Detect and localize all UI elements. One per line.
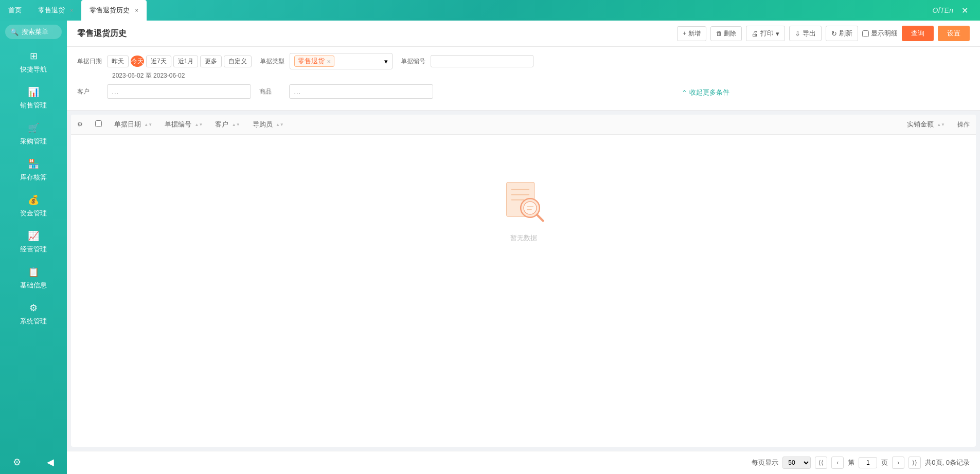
goods-select[interactable]: ... bbox=[289, 84, 433, 99]
date-yesterday-btn[interactable]: 昨天 bbox=[107, 56, 129, 67]
collapse-sidebar-icon[interactable]: ◀ bbox=[47, 457, 54, 468]
th-guide[interactable]: 导购员 ▲▼ bbox=[246, 115, 290, 135]
sidebar-item-base-info[interactable]: 📋 基础信息 bbox=[0, 260, 67, 296]
doc-type-tag-close[interactable]: × bbox=[327, 58, 331, 65]
last-page-btn[interactable]: ⟩⟩ bbox=[908, 457, 921, 469]
sidebar-item-sales-mgmt[interactable]: 📊 销售管理 bbox=[0, 80, 67, 116]
th-customer-label: 客户 bbox=[215, 120, 228, 128]
sidebar-item-inventory[interactable]: 🏪 库存核算 bbox=[0, 152, 67, 188]
data-table-container: ⚙ 单据日期 ▲▼ 单据编号 ▲▼ 客户 bbox=[71, 115, 976, 447]
header-actions: + 新增 🗑 删除 🖨 打印 ▾ ⇩ 导出 ↻ 刷新 显示明细 bbox=[677, 26, 970, 41]
sidebar-item-purchase-mgmt-label: 采购管理 bbox=[20, 137, 47, 146]
collapse-filter-btn[interactable]: ⌃ 收起更多条件 bbox=[682, 88, 729, 97]
sidebar-search-label: 搜索菜单 bbox=[22, 27, 48, 37]
data-table: ⚙ 单据日期 ▲▼ 单据编号 ▲▼ 客户 bbox=[71, 115, 976, 284]
th-gear[interactable]: ⚙ bbox=[71, 115, 89, 135]
table-header-row: ⚙ 单据日期 ▲▼ 单据编号 ▲▼ 客户 bbox=[71, 115, 976, 135]
tab-retail-return-history[interactable]: 零售退货历史 × bbox=[81, 0, 146, 21]
doc-no-input[interactable] bbox=[431, 55, 533, 67]
prev-page-btn[interactable]: ‹ bbox=[831, 457, 844, 469]
th-checkbox[interactable] bbox=[89, 115, 108, 135]
total-records: 共0页, 0条记录 bbox=[925, 458, 970, 467]
doc-type-select[interactable]: 零售退货 × ▾ bbox=[290, 53, 393, 69]
show-detail-checkbox-label[interactable]: 显示明细 bbox=[862, 29, 898, 38]
th-customer[interactable]: 客户 ▲▼ bbox=[209, 115, 246, 135]
query-button[interactable]: 查询 bbox=[902, 26, 934, 41]
date-today-btn[interactable]: 今天 bbox=[131, 56, 144, 67]
tab-retail-return-history-close[interactable]: × bbox=[135, 7, 138, 13]
pagination-bar: 每页显示 50 10 20 100 ⟨⟨ ‹ 第 页 › ⟩⟩ 共0页, 0条记… bbox=[67, 451, 980, 474]
empty-state-row: 暂无数据 bbox=[71, 135, 976, 284]
date-7days-btn[interactable]: 近7天 bbox=[146, 56, 171, 67]
delete-button[interactable]: 🗑 删除 bbox=[710, 26, 742, 41]
system-mgmt-icon: ⚙ bbox=[29, 302, 38, 314]
customer-label: 客户 bbox=[77, 87, 103, 96]
th-customer-sort-icon: ▲▼ bbox=[232, 122, 240, 127]
th-guide-label: 导购员 bbox=[253, 120, 273, 128]
date-filter-label: 单据日期 bbox=[77, 57, 103, 66]
date-more-btn[interactable]: 更多 bbox=[200, 56, 222, 67]
sidebar-item-operations[interactable]: 📈 经营管理 bbox=[0, 224, 67, 260]
refresh-label: 刷新 bbox=[839, 29, 852, 38]
th-amount-sort-icon: ▲▼ bbox=[937, 122, 945, 127]
window-close-button[interactable]: ✕ bbox=[957, 3, 972, 17]
tab-retail-return-close[interactable]: × bbox=[70, 7, 73, 13]
th-doc-no-label: 单据编号 bbox=[165, 120, 191, 128]
sidebar-item-system-mgmt-label: 系统管理 bbox=[20, 317, 47, 326]
print-label: 打印 bbox=[760, 29, 774, 38]
per-page-select[interactable]: 50 10 20 100 bbox=[782, 457, 811, 469]
sidebar-item-operations-label: 经营管理 bbox=[20, 245, 47, 254]
sidebar-item-finance-label: 资金管理 bbox=[20, 209, 47, 218]
date-1month-btn[interactable]: 近1月 bbox=[173, 56, 199, 67]
settings-bottom-icon[interactable]: ⚙ bbox=[13, 457, 21, 468]
collapse-label: 收起更多条件 bbox=[689, 88, 729, 97]
select-all-checkbox[interactable] bbox=[95, 120, 102, 127]
sidebar: 🔍 搜索菜单 ⊞ 快捷导航 📊 销售管理 🛒 采购管理 🏪 库存核算 💰 资金管… bbox=[0, 21, 67, 474]
show-detail-checkbox[interactable] bbox=[862, 30, 869, 37]
first-page-btn[interactable]: ⟨⟨ bbox=[815, 457, 827, 469]
doc-type-filter: 单据类型 零售退货 × ▾ bbox=[260, 53, 393, 69]
page-header: 零售退货历史 + 新增 🗑 删除 🖨 打印 ▾ ⇩ 导出 ↻ 刷新 bbox=[67, 21, 980, 47]
th-date[interactable]: 单据日期 ▲▼ bbox=[108, 115, 158, 135]
th-doc-no[interactable]: 单据编号 ▲▼ bbox=[158, 115, 209, 135]
goods-filter: 商品 ... bbox=[259, 84, 433, 99]
new-button[interactable]: + 新增 bbox=[677, 26, 706, 41]
date-filter: 单据日期 昨天 今天 近7天 近1月 更多 自定义 bbox=[77, 56, 252, 67]
page-number-input[interactable] bbox=[859, 457, 877, 468]
tab-retail-return[interactable]: 零售退货 × bbox=[30, 0, 81, 21]
sidebar-item-inventory-label: 库存核算 bbox=[20, 173, 47, 182]
tab-retail-return-history-label: 零售退货历史 bbox=[90, 6, 130, 15]
doc-type-tag-value: 零售退货 bbox=[298, 57, 325, 66]
empty-illustration bbox=[498, 176, 549, 227]
sidebar-search[interactable]: 🔍 搜索菜单 bbox=[5, 25, 62, 39]
goods-ellipsis: ... bbox=[294, 87, 300, 96]
content-area: 零售退货历史 + 新增 🗑 删除 🖨 打印 ▾ ⇩ 导出 ↻ 刷新 bbox=[67, 21, 980, 474]
th-amount-label: 实销金额 bbox=[907, 120, 934, 128]
refresh-button[interactable]: ↻ 刷新 bbox=[826, 26, 858, 41]
sales-mgmt-icon: 📊 bbox=[28, 86, 39, 98]
sidebar-bottom: ⚙ ◀ bbox=[0, 450, 67, 474]
settings-button[interactable]: 设置 bbox=[938, 26, 970, 41]
th-amount[interactable]: 实销金额 ▲▼ bbox=[901, 115, 951, 135]
next-page-btn[interactable]: › bbox=[892, 457, 904, 469]
customer-select[interactable]: ... bbox=[107, 84, 251, 99]
export-button[interactable]: ⇩ 导出 bbox=[789, 26, 822, 41]
print-button[interactable]: 🖨 打印 ▾ bbox=[746, 26, 785, 41]
search-icon: 🔍 bbox=[10, 28, 19, 36]
tab-bar: 首页 零售退货 × 零售退货历史 × bbox=[0, 0, 933, 21]
sidebar-item-quick-nav[interactable]: ⊞ 快捷导航 bbox=[0, 44, 67, 80]
page-label: 第 bbox=[848, 458, 854, 467]
sidebar-item-base-info-label: 基础信息 bbox=[20, 281, 47, 290]
operations-icon: 📈 bbox=[28, 230, 39, 242]
th-doc-no-sort-icon: ▲▼ bbox=[195, 122, 203, 127]
sidebar-item-purchase-mgmt[interactable]: 🛒 采购管理 bbox=[0, 116, 67, 152]
goods-label: 商品 bbox=[259, 87, 285, 96]
tab-home[interactable]: 首页 bbox=[0, 0, 30, 21]
print-chevron-icon: ▾ bbox=[776, 30, 779, 38]
sidebar-item-system-mgmt[interactable]: ⚙ 系统管理 bbox=[0, 296, 67, 332]
date-custom-btn[interactable]: 自定义 bbox=[224, 56, 252, 67]
base-info-icon: 📋 bbox=[28, 266, 39, 278]
sidebar-item-finance[interactable]: 💰 资金管理 bbox=[0, 188, 67, 224]
sidebar-item-quick-nav-label: 快捷导航 bbox=[20, 65, 47, 74]
per-page-label: 每页显示 bbox=[752, 458, 778, 467]
